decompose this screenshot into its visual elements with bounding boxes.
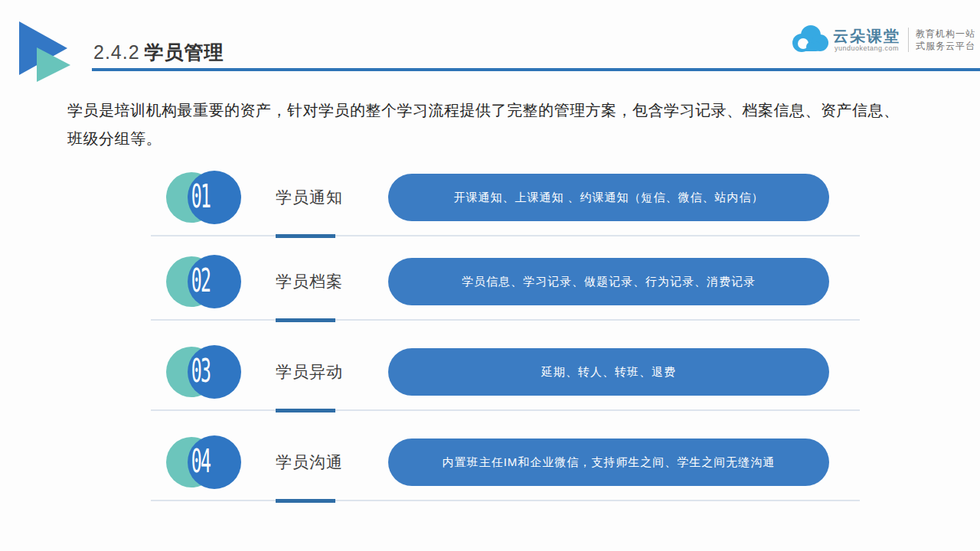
number-badge: 04 (166, 437, 241, 487)
row-detail-pill: 开课通知、上课通知 、约课通知（短信、微信、站内信） (388, 174, 829, 221)
row-divider (151, 235, 860, 236)
number-badge: 01 (166, 172, 241, 223)
brand-divider (908, 28, 909, 52)
page-title: 2.4.2学员管理 (93, 40, 224, 65)
brand-tagline-line1: 教育机构一站 (916, 28, 975, 40)
badge-number: 03 (190, 347, 211, 397)
row-divider-accent (276, 234, 335, 238)
row-divider (151, 319, 860, 321)
brand-text: 云朵课堂 yunduoketang.com (833, 28, 900, 53)
brand-tagline: 教育机构一站 式服务云平台 (916, 28, 975, 52)
number-badge: 03 (166, 347, 241, 397)
feature-row-archive: 02 学员档案 学员信息、学习记录、做题记录、行为记录、消费记录 (151, 242, 860, 321)
title-underline (92, 68, 980, 71)
row-divider (151, 409, 860, 411)
badge-number: 04 (190, 437, 211, 487)
cloud-icon (790, 24, 830, 55)
badge-number: 01 (190, 172, 211, 223)
row-divider-accent (276, 318, 335, 322)
feature-row-notify: 01 学员通知 开课通知、上课通知 、约课通知（短信、微信、站内信） (151, 158, 860, 236)
section-number: 2.4.2 (93, 41, 140, 63)
feature-row-communicate: 04 学员沟通 内置班主任IM和企业微信，支持师生之间、学生之间无缝沟通 (151, 422, 860, 501)
logo-triangles-icon (19, 21, 73, 83)
row-divider-accent (276, 409, 335, 412)
brand-domain: yunduoketang.com (835, 44, 899, 53)
feature-row-change: 03 学员异动 延期、转人、转班、退费 (151, 332, 860, 411)
brand-logo: 云朵课堂 yunduoketang.com 教育机构一站 式服务云平台 (790, 24, 975, 55)
row-divider (151, 500, 860, 501)
number-badge: 02 (166, 256, 241, 307)
badge-number: 02 (190, 256, 211, 307)
row-divider-accent (276, 499, 335, 503)
brand-tagline-line2: 式服务云平台 (916, 40, 975, 52)
intro-paragraph: 学员是培训机构最重要的资产，针对学员的整个学习流程提供了完整的管理方案，包含学习… (67, 96, 940, 153)
section-title: 学员管理 (145, 41, 224, 63)
row-detail-pill: 延期、转人、转班、退费 (388, 348, 829, 396)
row-detail-pill: 学员信息、学习记录、做题记录、行为记录、消费记录 (388, 258, 829, 305)
brand-name: 云朵课堂 (833, 28, 900, 44)
row-detail-pill: 内置班主任IM和企业微信，支持师生之间、学生之间无缝沟通 (388, 439, 829, 486)
